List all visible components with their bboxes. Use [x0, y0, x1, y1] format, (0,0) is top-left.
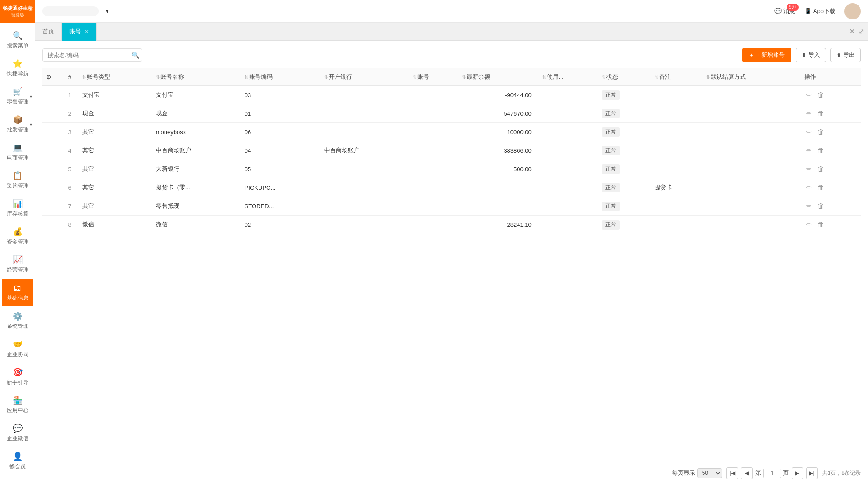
row-status: 正常	[598, 160, 651, 178]
delete-button[interactable]: 🗑	[816, 201, 826, 211]
close-tab-icon[interactable]: ✕	[849, 27, 855, 36]
first-page-button[interactable]: |◀	[726, 467, 738, 479]
add-account-button[interactable]: ＋ + 新增账号	[742, 48, 791, 62]
th-remark[interactable]: ⇅备注	[651, 68, 703, 86]
edit-button[interactable]: ✏	[804, 90, 814, 100]
row-usage	[539, 86, 598, 104]
sidebar-item-ecommerce-mgmt[interactable]: 💻 电商管理	[0, 138, 35, 166]
search-button[interactable]: 🔍	[128, 49, 142, 61]
toolbar: 🔍 ＋ + 新增账号 ⬇ 导入 ⬆ 导出	[42, 48, 861, 62]
delete-button[interactable]: 🗑	[816, 164, 826, 174]
sidebar-item-corp-wechat[interactable]: 💬 企业微信	[0, 419, 35, 447]
sidebar-item-system-mgmt[interactable]: ⚙️ 系统管理	[0, 307, 35, 335]
edit-button[interactable]: ✏	[804, 127, 814, 137]
tab-account[interactable]: 账号 ✕	[62, 23, 97, 41]
sidebar-item-quick-nav[interactable]: ⭐ 快捷导航	[0, 54, 35, 82]
corp-agreement-icon: 🤝	[13, 339, 23, 349]
edit-button[interactable]: ✏	[804, 201, 814, 211]
tab-close-icon[interactable]: ✕	[85, 28, 89, 35]
row-type: 支付宝	[79, 86, 152, 104]
header-dropdown[interactable]: ▾	[106, 8, 109, 14]
row-settings	[42, 197, 61, 216]
delete-button[interactable]: 🗑	[816, 145, 826, 155]
delete-button[interactable]: 🗑	[816, 183, 826, 192]
row-remark	[651, 141, 703, 160]
delete-button[interactable]: 🗑	[816, 220, 826, 229]
row-type: 微信	[79, 216, 152, 234]
th-status[interactable]: ⇅状态	[598, 68, 651, 86]
table-row: 6 其它 提货卡（零... PICKUPC... 正常 提货卡 ✏ 🗑	[42, 178, 861, 197]
row-account	[409, 123, 458, 141]
sidebar-item-fund-mgmt[interactable]: 💰 资金管理	[0, 222, 35, 250]
export-button[interactable]: ⬆ 导出	[830, 48, 861, 62]
delete-button[interactable]: 🗑	[816, 127, 826, 136]
total-info: 共1页，8条记录	[822, 469, 861, 477]
th-settings[interactable]: ⚙	[42, 68, 61, 86]
maximize-icon[interactable]: ⤢	[859, 27, 864, 36]
edit-button[interactable]: ✏	[804, 145, 814, 155]
sidebar-item-basic-info[interactable]: 🗂 基础信息	[2, 279, 33, 306]
page-number-input[interactable]	[763, 469, 781, 478]
search-menu-icon: 🔍	[13, 31, 23, 41]
app-download-button[interactable]: 📱 App下载	[804, 7, 835, 15]
edit-button[interactable]: ✏	[804, 220, 814, 230]
app-logo: 畅捷通好生意 畅捷版	[0, 0, 35, 23]
sidebar-nav: 🔍 搜索菜单 ⭐ 快捷导航 🛒 零售管理 ▾ 📦 批发管理 ▾ 💻 电商管理 📋…	[0, 23, 35, 488]
sidebar-item-app-center[interactable]: 🏪 应用中心	[0, 391, 35, 419]
user-avatar[interactable]	[844, 3, 861, 19]
prev-page-button[interactable]: ◀	[741, 467, 753, 479]
sidebar-item-inventory-calc[interactable]: 📊 库存核算	[0, 194, 35, 222]
search-box[interactable]: 🔍	[42, 48, 142, 62]
sidebar-item-retail-mgmt[interactable]: 🛒 零售管理 ▾	[0, 82, 35, 110]
row-settings	[42, 141, 61, 160]
delete-button[interactable]: 🗑	[816, 108, 826, 118]
tab-home[interactable]: 首页	[35, 23, 62, 41]
page-size-dropdown[interactable]: 50 20 100	[697, 468, 722, 478]
table-container: ⚙ # ⇅账号类型 ⇅账号名称 ⇅账号编码 ⇅开户银行 ⇅账号 ⇅最新余额 ⇅使…	[42, 68, 861, 463]
th-code[interactable]: ⇅账号编码	[241, 68, 321, 86]
sidebar-item-operation-mgmt[interactable]: 📈 经营管理	[0, 250, 35, 278]
edit-button[interactable]: ✏	[804, 183, 814, 192]
edit-button[interactable]: ✏	[804, 164, 814, 174]
row-status: 正常	[598, 104, 651, 123]
message-button[interactable]: 💬 消息 99+	[774, 7, 795, 15]
edit-button[interactable]: ✏	[804, 108, 814, 118]
sidebar-item-member[interactable]: 👤 畅会员	[0, 447, 35, 475]
th-usage[interactable]: ⇅使用...	[539, 68, 598, 86]
sidebar-item-wholesale-mgmt[interactable]: 📦 批发管理 ▾	[0, 110, 35, 138]
row-name: 现金	[152, 104, 241, 123]
sidebar-item-label: 资金管理	[7, 238, 28, 246]
row-type: 现金	[79, 104, 152, 123]
last-page-button[interactable]: ▶|	[806, 467, 818, 479]
th-default-settle[interactable]: ⇅默认结算方式	[703, 68, 801, 86]
sidebar-item-label: 快捷导航	[7, 70, 28, 78]
row-default-settle	[703, 178, 801, 197]
page-size-label: 每页显示	[672, 469, 695, 477]
row-actions: ✏ 🗑	[801, 178, 861, 197]
sidebar-item-search-menu[interactable]: 🔍 搜索菜单	[0, 26, 35, 54]
sidebar-item-purchase-mgmt[interactable]: 📋 采购管理	[0, 166, 35, 194]
import-button[interactable]: ⬇ 导入	[796, 48, 826, 62]
delete-button[interactable]: 🗑	[816, 90, 826, 99]
page-size-select[interactable]: 每页显示 50 20 100	[672, 468, 722, 478]
app-name: 畅捷通好生意	[3, 5, 33, 12]
th-bank[interactable]: ⇅开户银行	[321, 68, 409, 86]
fund-icon: 💰	[13, 227, 23, 237]
tab-home-label: 首页	[42, 28, 54, 36]
row-code: STORED...	[241, 197, 321, 216]
th-type[interactable]: ⇅账号类型	[79, 68, 152, 86]
row-type: 其它	[79, 160, 152, 178]
row-account	[409, 178, 458, 197]
header-search-input[interactable]	[48, 8, 93, 14]
search-input[interactable]	[43, 49, 128, 61]
th-balance[interactable]: ⇅最新余额	[458, 68, 539, 86]
sidebar-item-corp-agreement[interactable]: 🤝 企业协同	[0, 335, 35, 363]
th-name[interactable]: ⇅账号名称	[152, 68, 241, 86]
sidebar-item-new-guide[interactable]: 🎯 新手引导	[0, 363, 35, 391]
th-account[interactable]: ⇅账号	[409, 68, 458, 86]
next-page-button[interactable]: ▶	[792, 467, 803, 479]
row-balance: 28241.10	[458, 216, 539, 234]
header-search-box[interactable]	[42, 6, 99, 16]
row-default-settle	[703, 141, 801, 160]
th-num: #	[61, 68, 79, 86]
